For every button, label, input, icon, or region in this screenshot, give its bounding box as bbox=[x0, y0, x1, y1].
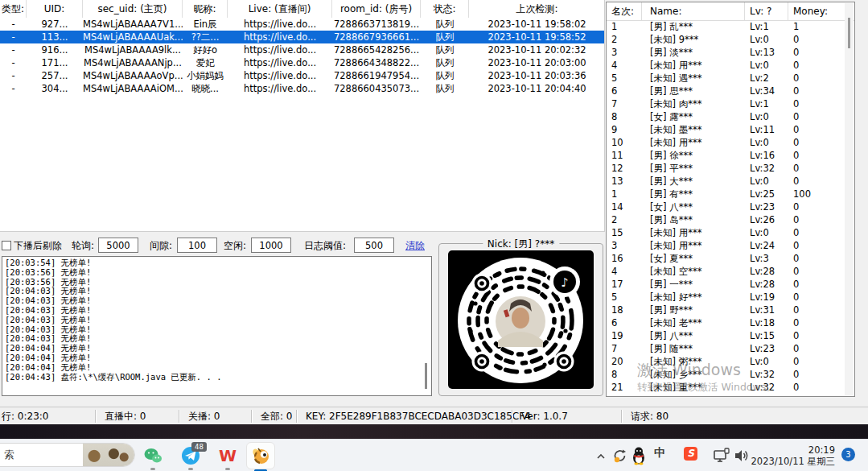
col-money[interactable]: Money: bbox=[788, 2, 845, 20]
rank-row[interactable]: 14 [女] 八*** Lv:23 0 bbox=[607, 200, 845, 213]
status-total-count: 全部: 0 bbox=[261, 410, 293, 423]
cell-name: [男] 淡*** bbox=[642, 46, 745, 59]
col-sec-uid[interactable]: sec_uid: (主页) bbox=[83, 0, 183, 18]
rank-row[interactable]: 2 [未知] 9*** Lv:0 0 bbox=[607, 33, 845, 46]
cell-live-url: https://live.do... bbox=[228, 82, 332, 95]
cell-rank: 17 bbox=[607, 278, 642, 291]
rank-row[interactable]: 5 [未知] 遇*** Lv:2 0 bbox=[607, 72, 845, 85]
rank-row[interactable]: 12 [男] 平*** Lv:32 0 bbox=[607, 162, 845, 175]
cell-lv: Lv:31 bbox=[745, 304, 788, 316]
rank-row[interactable]: 13 [男] 大*** Lv:0 0 bbox=[607, 175, 845, 188]
cell-lv: Lv:28 bbox=[745, 265, 788, 278]
log-scrollbar-thumb[interactable] bbox=[425, 363, 427, 389]
rank-row[interactable]: 15 [未知] 用*** Lv:0 0 bbox=[607, 226, 845, 239]
cell-rank: 5 bbox=[607, 291, 642, 304]
cell-rank: 3 bbox=[607, 46, 642, 59]
sync-icon[interactable] bbox=[612, 448, 628, 467]
log-threshold-input[interactable] bbox=[354, 238, 394, 253]
cell-name: [男] 思*** bbox=[642, 85, 745, 97]
search-daily-image[interactable] bbox=[83, 444, 134, 466]
ime-icon[interactable]: 中 bbox=[654, 446, 665, 461]
stream-table-row[interactable]: - 257... MS4wLjABAAAAoVp... 小娟妈妈 https:/… bbox=[0, 69, 604, 82]
wps-icon[interactable]: W bbox=[217, 445, 238, 466]
rank-row[interactable]: 3 [未知] 用*** Lv:24 0 bbox=[607, 239, 845, 252]
col-nick[interactable]: 昵称: bbox=[183, 0, 228, 18]
col-last-check[interactable]: 上次检测: bbox=[469, 0, 605, 18]
col-type[interactable]: 类型: bbox=[0, 0, 27, 18]
idle-input[interactable] bbox=[251, 238, 291, 253]
rank-row[interactable]: 18 [男] 野*** Lv:31 0 bbox=[607, 304, 845, 316]
cell-lv: Lv:0 bbox=[745, 136, 788, 149]
chevron-up-icon[interactable] bbox=[595, 449, 607, 465]
rank-row[interactable]: 5 [未知] 好*** Lv:19 0 bbox=[607, 291, 845, 304]
rank-row[interactable]: 6 [未知] 老*** Lv:18 0 bbox=[607, 316, 845, 329]
status-separator bbox=[251, 410, 252, 423]
poll-input[interactable] bbox=[98, 238, 138, 253]
gap-input[interactable] bbox=[177, 238, 217, 253]
wechat-icon[interactable] bbox=[142, 445, 163, 466]
sogou-icon[interactable]: S bbox=[684, 447, 697, 461]
cell-room-id: 7288661947954... bbox=[332, 69, 421, 82]
rank-row[interactable]: 7 [男] 随*** Lv:23 0 bbox=[607, 342, 845, 355]
col-name[interactable]: Name: bbox=[642, 2, 745, 20]
monitor-icon[interactable] bbox=[713, 448, 730, 467]
rank-row[interactable]: 9 [未知] 墨*** Lv:11 0 bbox=[607, 123, 845, 136]
rank-row[interactable]: 11 [男] 徐*** Lv:16 0 bbox=[607, 149, 845, 162]
rank-row[interactable]: 6 [男] 思*** Lv:34 0 bbox=[607, 85, 845, 97]
taskbar-clock[interactable]: 20:19 2023/10/11 星期三 bbox=[748, 444, 835, 467]
rank-row[interactable]: 7 [未知] 肉*** Lv:1 0 bbox=[607, 97, 845, 110]
rank-row[interactable]: 1 [男] 乱*** Lv:1 1 bbox=[607, 20, 845, 33]
cell-name: [男] 野*** bbox=[642, 304, 745, 316]
rank-row[interactable]: 4 [未知] 用*** Lv:0 0 bbox=[607, 59, 845, 72]
stream-table-row[interactable]: - 113... MS4wLjABAAAAUak... ??二... https… bbox=[0, 31, 604, 43]
desktop-wallpaper-strip bbox=[0, 424, 868, 439]
col-room-id[interactable]: room_id: (房号) bbox=[332, 0, 421, 18]
svg-text:♪: ♪ bbox=[561, 275, 569, 290]
rank-row[interactable]: 8 [女] 露*** Lv:0 0 bbox=[607, 110, 845, 123]
rank-row[interactable]: 3 [男] 淡*** Lv:13 0 bbox=[607, 46, 845, 59]
cell-lv: Lv:24 bbox=[745, 239, 788, 252]
speaker-icon[interactable] bbox=[734, 448, 750, 467]
taskbar: 索 48 W bbox=[0, 439, 868, 471]
cell-rank: 12 bbox=[607, 162, 642, 175]
col-status[interactable]: 状态: bbox=[421, 0, 469, 18]
stream-table-row[interactable]: - 927... MS4wLjABAAAA7V1... Ein辰 https:/… bbox=[0, 18, 604, 31]
cell-uid: 916... bbox=[27, 43, 83, 56]
rank-row[interactable]: 16 [女] 夏*** Lv:3 0 bbox=[607, 252, 845, 265]
notification-badge[interactable]: 3 bbox=[841, 448, 855, 461]
log-box[interactable]: [20:03:54] 无榜单![20:03:56] 无榜单![20:03:56]… bbox=[2, 256, 432, 396]
rank-scrollbar[interactable] bbox=[845, 3, 854, 395]
qq-icon[interactable] bbox=[631, 446, 646, 469]
cell-name: [女] 八*** bbox=[642, 200, 745, 213]
cell-lv: Lv:0 bbox=[745, 226, 788, 239]
cell-rank: 4 bbox=[607, 265, 642, 278]
stream-table-row[interactable]: - 304... MS4wLjABAAAAiOM... 晓晓... https:… bbox=[0, 82, 604, 95]
col-rank[interactable]: 名次: bbox=[607, 2, 642, 20]
clear-log-link[interactable]: 清除 bbox=[405, 239, 425, 253]
rank-row[interactable]: 2 [男] 岛*** Lv:26 0 bbox=[607, 213, 845, 226]
cell-money: 0 bbox=[788, 33, 845, 46]
col-uid[interactable]: UID: bbox=[27, 0, 83, 18]
rank-row[interactable]: 19 [男] 八*** Lv:15 0 bbox=[607, 329, 845, 342]
cell-name: [男] 徐*** bbox=[642, 149, 745, 162]
col-lv[interactable]: Lv: ? bbox=[745, 2, 788, 20]
cell-money: 0 bbox=[788, 342, 845, 355]
taskbar-search[interactable]: 索 bbox=[0, 443, 135, 467]
cell-uid: 304... bbox=[27, 82, 83, 95]
stream-table-row[interactable]: - 916... MS4wLjABAAAA9lk... 好好o https://… bbox=[0, 43, 604, 56]
cell-rank: 6 bbox=[607, 316, 642, 329]
cell-type: - bbox=[0, 56, 27, 69]
remove-after-offline-checkbox[interactable] bbox=[2, 241, 11, 250]
cell-status: 队列 bbox=[421, 69, 469, 82]
col-live[interactable]: Live: (直播间) bbox=[228, 0, 332, 18]
rank-row[interactable]: 1 [男] 有*** Lv:25 100 bbox=[607, 188, 845, 200]
rank-row[interactable]: 10 [未知] 用*** Lv:0 0 bbox=[607, 136, 845, 149]
rank-row[interactable]: 4 [未知] 空*** Lv:28 0 bbox=[607, 265, 845, 278]
stream-table-row[interactable]: - 171... MS4wLjABAAAANjp... 爱妃 https://l… bbox=[0, 56, 604, 69]
rank-scrollbar-thumb[interactable] bbox=[848, 18, 850, 48]
rank-header[interactable]: 名次: Name: Lv: ? Money: bbox=[607, 2, 854, 21]
status-bar: 行: 0:23:0 直播中: 0 关播: 0 全部: 0 KEY: 2F5E28… bbox=[0, 407, 868, 424]
rank-row[interactable]: 17 [男] 一*** Lv:28 0 bbox=[607, 278, 845, 291]
bee-app-icon[interactable] bbox=[250, 445, 271, 466]
stream-table-header[interactable]: 类型: UID: sec_uid: (主页) 昵称: Live: (直播间) r… bbox=[0, 0, 604, 18]
